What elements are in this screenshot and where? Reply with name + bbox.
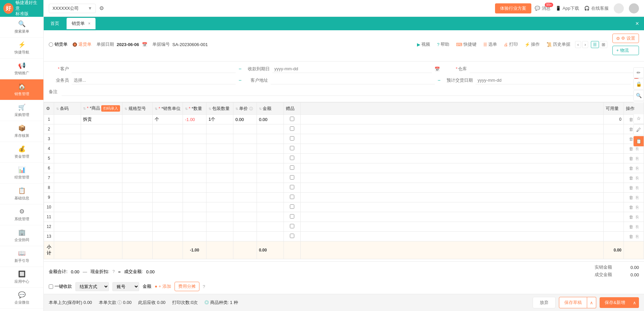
prev-arrow[interactable]: ‹ bbox=[575, 41, 581, 48]
save-new-arrow-btn[interactable]: ∧ bbox=[630, 297, 639, 308]
row-pack-4[interactable] bbox=[206, 154, 233, 163]
settings-btn[interactable]: ⚙ ⚙ 设置 bbox=[612, 34, 639, 43]
tab-home[interactable]: 首页 bbox=[44, 18, 66, 29]
row-unit-3[interactable] bbox=[153, 144, 183, 154]
row-spec-9[interactable] bbox=[122, 202, 153, 212]
float-icon-orange[interactable]: 📋 bbox=[633, 136, 644, 147]
radio-return-order[interactable]: 退货单 bbox=[73, 41, 91, 47]
sidebar-item-purchase[interactable]: 🛒 采购管理 bbox=[0, 100, 43, 121]
save-draft-btn[interactable]: 保存草稿 bbox=[559, 297, 587, 308]
row-gift-1[interactable] bbox=[283, 124, 300, 134]
row-price-2[interactable] bbox=[233, 134, 257, 144]
row-spec-3[interactable] bbox=[122, 144, 153, 154]
row-gift-3[interactable] bbox=[283, 144, 300, 154]
row-spec-7[interactable] bbox=[122, 183, 153, 193]
row-barcode-5[interactable] bbox=[54, 163, 81, 173]
row-unit-0[interactable] bbox=[153, 115, 183, 124]
row-product-12[interactable] bbox=[81, 232, 122, 241]
row-qty-11[interactable] bbox=[183, 222, 206, 232]
row-product-1[interactable] bbox=[81, 124, 122, 134]
row-product-3[interactable] bbox=[81, 144, 122, 154]
avatar[interactable] bbox=[614, 3, 624, 13]
delete-icon-10[interactable]: 🗑 bbox=[629, 215, 633, 220]
row-gift-11[interactable] bbox=[283, 222, 300, 232]
expense-info-icon[interactable]: ? bbox=[203, 284, 205, 289]
row-unit-11[interactable] bbox=[153, 222, 183, 232]
row-product-5[interactable] bbox=[81, 163, 122, 173]
price-info-icon[interactable]: ⓘ bbox=[249, 107, 253, 111]
row-spec-1[interactable] bbox=[122, 124, 153, 134]
row-gift-10[interactable] bbox=[283, 212, 300, 222]
row-barcode-2[interactable] bbox=[54, 134, 81, 144]
radio-return-input[interactable] bbox=[73, 42, 77, 47]
warehouse-input[interactable]: 建材仓 bbox=[469, 65, 634, 73]
delete-icon-1[interactable]: 🗑 bbox=[629, 127, 633, 132]
row-product-2[interactable] bbox=[81, 134, 122, 144]
row-unit-4[interactable] bbox=[153, 154, 183, 163]
row-amount-11[interactable] bbox=[257, 222, 283, 232]
row-unit-1[interactable] bbox=[153, 124, 183, 134]
row-gift-2[interactable] bbox=[283, 134, 300, 144]
row-product-8[interactable] bbox=[81, 193, 122, 202]
online-service-btn[interactable]: 🎧 在线客服 bbox=[584, 5, 609, 11]
row-qty-2[interactable] bbox=[183, 134, 206, 144]
row-gift-6[interactable] bbox=[283, 173, 300, 183]
row-barcode-12[interactable] bbox=[54, 232, 81, 241]
customer-dots[interactable]: ··· bbox=[238, 66, 241, 72]
row-pack-8[interactable] bbox=[206, 193, 233, 202]
row-gift-4[interactable] bbox=[283, 154, 300, 163]
row-unit-9[interactable] bbox=[153, 202, 183, 212]
row-unit-12[interactable] bbox=[153, 232, 183, 241]
row-pack-9[interactable] bbox=[206, 202, 233, 212]
message-btn[interactable]: 💬 消息 99+ bbox=[535, 5, 551, 11]
copy-icon-5[interactable]: ⎘ bbox=[636, 166, 639, 171]
radio-sales-input[interactable] bbox=[49, 42, 53, 47]
row-product-10[interactable] bbox=[81, 212, 122, 222]
sidebar-item-quick-nav[interactable]: ⚡ 快捷导航 bbox=[0, 38, 43, 59]
row-barcode-9[interactable] bbox=[54, 202, 81, 212]
col-header-settings[interactable]: ⚙ bbox=[44, 103, 54, 115]
calendar-icon[interactable]: 📅 bbox=[142, 42, 147, 47]
delete-icon-5[interactable]: 🗑 bbox=[629, 166, 633, 171]
sidebar-item-wechat[interactable]: 💬 企业微信 bbox=[0, 288, 43, 309]
copy-icon-8[interactable]: ⎘ bbox=[636, 195, 639, 200]
shortcut-btn[interactable]: ⌨ 快捷键 bbox=[454, 40, 479, 48]
total-owe-info[interactable]: ⓘ bbox=[117, 300, 122, 305]
row-spec-0[interactable] bbox=[122, 115, 153, 124]
delete-icon-9[interactable]: 🗑 bbox=[629, 205, 633, 210]
row-barcode-4[interactable] bbox=[54, 154, 81, 163]
copy-icon-3[interactable]: ⎘ bbox=[636, 146, 639, 151]
row-qty-8[interactable] bbox=[183, 193, 206, 202]
customer-addr-input[interactable] bbox=[271, 76, 435, 84]
delete-icon-7[interactable]: 🗑 bbox=[629, 185, 633, 190]
row-gift-8[interactable] bbox=[283, 193, 300, 202]
next-arrow[interactable]: › bbox=[582, 41, 588, 48]
sidebar-item-finance[interactable]: 💰 资金管理 bbox=[0, 142, 43, 163]
row-qty-4[interactable] bbox=[183, 154, 206, 163]
float-icon-edit[interactable]: ✏ bbox=[633, 67, 644, 78]
sidebar-item-enterprise[interactable]: 🏢 企业协同 bbox=[0, 225, 43, 246]
copy-icon-6[interactable]: ⎘ bbox=[636, 176, 639, 181]
row-product-9[interactable] bbox=[81, 202, 122, 212]
salesman-input[interactable] bbox=[72, 76, 236, 84]
row-qty-10[interactable] bbox=[183, 212, 206, 222]
row-pack-3[interactable] bbox=[206, 144, 233, 154]
sidebar-item-inventory[interactable]: 📦 库存核算 bbox=[0, 121, 43, 142]
row-gift-9[interactable] bbox=[283, 202, 300, 212]
receive-date-input[interactable] bbox=[272, 65, 432, 73]
tab-close-icon[interactable]: × bbox=[88, 21, 90, 26]
row-price-12[interactable] bbox=[233, 232, 257, 241]
row-qty-12[interactable] bbox=[183, 232, 206, 241]
row-gift-0[interactable] bbox=[283, 115, 300, 124]
sidebar-item-system[interactable]: ⚙ 系统管理 bbox=[0, 204, 43, 225]
copy-icon-11[interactable]: ⎘ bbox=[636, 224, 639, 229]
video-btn[interactable]: ▶ 视频 bbox=[415, 40, 432, 48]
help-btn[interactable]: ? 帮助 bbox=[435, 40, 451, 48]
row-price-1[interactable] bbox=[233, 124, 257, 134]
row-amount-6[interactable] bbox=[257, 173, 283, 183]
row-spec-4[interactable] bbox=[122, 154, 153, 163]
row-price-5[interactable] bbox=[233, 163, 257, 173]
delete-icon-8[interactable]: 🗑 bbox=[629, 195, 633, 200]
row-unit-8[interactable] bbox=[153, 193, 183, 202]
row-qty-7[interactable] bbox=[183, 183, 206, 193]
